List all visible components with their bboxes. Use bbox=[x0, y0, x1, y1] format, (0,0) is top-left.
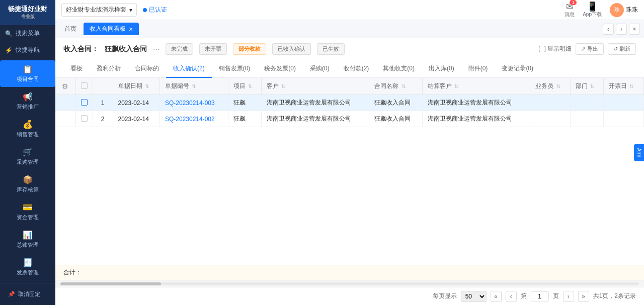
sidebar-item-label: 发票管理 bbox=[17, 269, 39, 276]
status-active-button[interactable]: 已生效 bbox=[317, 43, 345, 55]
sidebar-item-marketing[interactable]: 📢 营销推广 bbox=[0, 88, 55, 115]
user-name: 珠珠 bbox=[626, 6, 638, 14]
export-label: 导出 bbox=[587, 45, 598, 53]
tab-kanban[interactable]: 看板 bbox=[63, 60, 90, 78]
close-tab-button[interactable]: × bbox=[129, 26, 133, 33]
col-project-label: 项目 bbox=[233, 82, 246, 89]
row1-number-link[interactable]: SQ-20230214-003 bbox=[165, 99, 215, 107]
tab-warehouse[interactable]: 出入库(0) bbox=[422, 60, 461, 78]
tab-purchase[interactable]: 采购(0) bbox=[303, 60, 337, 78]
sidebar-item-sales[interactable]: 💰 销售管理 bbox=[0, 116, 55, 142]
tab-profit[interactable]: 盈利分析 bbox=[90, 60, 128, 78]
row2-date: 2023-02-14 bbox=[113, 111, 159, 127]
org-selector[interactable]: 好业财专业版演示样套 ▾ bbox=[61, 3, 137, 17]
sidebar-item-inventory[interactable]: 📦 库存核算 bbox=[0, 171, 55, 197]
tab-contract-subject[interactable]: 合同标的 bbox=[128, 60, 166, 78]
tab-next-button[interactable]: › bbox=[616, 24, 627, 35]
col-contract-header[interactable]: 合同名称 ⇅ bbox=[369, 78, 422, 95]
export-button[interactable]: ↗ 导出 bbox=[576, 43, 604, 55]
col-salesperson-header[interactable]: 业务员 ⇅ bbox=[530, 78, 571, 95]
data-table: ⚙ 单据日期 ⇅ 单据编号 ⇅ bbox=[55, 78, 644, 127]
tab-tax-invoice[interactable]: 税务发票(0) bbox=[257, 60, 303, 78]
tab-close-all-button[interactable]: × bbox=[629, 24, 640, 35]
col-end-customer-header[interactable]: 结算客户 ⇅ bbox=[422, 78, 530, 95]
home-tab[interactable]: 首页 bbox=[59, 23, 82, 35]
message-button[interactable]: ✉ 消息 1 bbox=[565, 2, 575, 18]
col-open-date-header[interactable]: 开票日 ⇅ bbox=[604, 78, 644, 95]
status-incomplete-button[interactable]: 未完成 bbox=[166, 43, 193, 55]
message-label: 消息 bbox=[565, 11, 575, 18]
sidebar: 畅捷通好业财 专业版 🔍 搜索菜单 ⚡ 快捷导航 📋 项目合同 📢 营销推广 💰… bbox=[0, 0, 55, 305]
sort-end-customer-icon: ⇅ bbox=[454, 83, 458, 89]
prev-page-button[interactable]: ‹ bbox=[506, 291, 517, 302]
scrollbar-thumb[interactable] bbox=[60, 282, 161, 285]
sort-salesperson-icon: ⇅ bbox=[556, 83, 560, 89]
message-badge: 1 bbox=[570, 0, 577, 5]
avatar: 珠 bbox=[610, 3, 624, 17]
tab-payment[interactable]: 收付款(2) bbox=[337, 60, 376, 78]
topbar: 好业财专业版演示样套 ▾ 已认证 ✉ 消息 1 📱 App下载 珠 珠珠 bbox=[55, 0, 644, 20]
next-page-button[interactable]: › bbox=[563, 291, 574, 302]
invoice-icon: 🧾 bbox=[23, 258, 33, 267]
user-menu[interactable]: 珠 珠珠 bbox=[610, 3, 638, 17]
tab-other-income[interactable]: 其他收支(0) bbox=[376, 60, 422, 78]
row2-number-link[interactable]: SQ-20230214-002 bbox=[165, 116, 215, 123]
row2-checkbox-cell[interactable] bbox=[75, 111, 93, 127]
quick-nav-item[interactable]: ⚡ 快捷导航 bbox=[0, 42, 55, 58]
tab-change-log[interactable]: 变更记录(0) bbox=[495, 60, 540, 78]
search-menu-item[interactable]: 🔍 搜索菜单 bbox=[0, 25, 55, 42]
sidebar-item-project[interactable]: 📋 项目合同 bbox=[0, 60, 55, 87]
table-row[interactable]: 2 2023-02-14 SQ-20230214-002 狂飙 湖南卫视商业运营… bbox=[55, 111, 644, 127]
active-tab[interactable]: 收入合同看板 × bbox=[84, 23, 139, 35]
show-detail-checkbox-label[interactable]: 显示明细 bbox=[539, 45, 572, 53]
sidebar-item-invoice[interactable]: 🧾 发票管理 bbox=[0, 254, 55, 280]
app-download-button[interactable]: 📱 App下载 bbox=[583, 2, 602, 18]
page-input[interactable] bbox=[531, 291, 549, 301]
status-partial-button[interactable]: 部分收款 bbox=[233, 43, 266, 55]
select-all-checkbox[interactable] bbox=[81, 82, 88, 89]
tab-sales-invoice[interactable]: 销售发票(0) bbox=[212, 60, 258, 78]
last-page-button[interactable]: » bbox=[578, 291, 589, 302]
contract-header: 收入合同： 狂飙收入合同 ··· 未完成 未开票 部分收款 已收入确认 已生效 … bbox=[55, 38, 644, 60]
sidebar-item-fund[interactable]: 💳 资金管理 bbox=[0, 198, 55, 225]
first-page-button[interactable]: « bbox=[491, 291, 502, 302]
col-customer-header[interactable]: 客户 ⇅ bbox=[261, 78, 369, 95]
inventory-icon: 📦 bbox=[23, 175, 33, 184]
sidebar-item-general[interactable]: 📊 总账管理 bbox=[0, 226, 55, 253]
more-options-button[interactable]: ··· bbox=[153, 45, 159, 54]
col-setting[interactable]: ⚙ bbox=[55, 78, 75, 95]
refresh-button[interactable]: ↺ 刷新 bbox=[608, 43, 636, 55]
col-number-header[interactable]: 单据编号 ⇅ bbox=[159, 78, 228, 95]
row2-checkbox[interactable] bbox=[81, 115, 88, 122]
contract-header-label: 收入合同： bbox=[63, 45, 99, 54]
status-uninvoiced-button[interactable]: 未开票 bbox=[199, 43, 227, 55]
row2-open-date bbox=[604, 111, 644, 127]
status-confirmed-button[interactable]: 已收入确认 bbox=[272, 43, 311, 55]
tab-prev-button[interactable]: ‹ bbox=[603, 24, 614, 35]
tab-attachment[interactable]: 附件(0) bbox=[461, 60, 495, 78]
tabbar: 首页 收入合同看板 × ‹ › × bbox=[55, 20, 644, 38]
col-dept-header[interactable]: 部门 ⇅ bbox=[570, 78, 603, 95]
row2-setting bbox=[55, 111, 75, 127]
row1-number[interactable]: SQ-20230214-003 bbox=[159, 95, 228, 111]
col-end-customer-label: 结算客户 bbox=[428, 82, 452, 89]
col-project-header[interactable]: 项目 ⇅ bbox=[228, 78, 261, 95]
unpin-button[interactable]: 📌 取消固定 bbox=[4, 287, 51, 301]
row2-project: 狂飙 bbox=[228, 111, 261, 127]
row2-number[interactable]: SQ-20230214-002 bbox=[159, 111, 228, 127]
tab-revenue-confirm[interactable]: 收入确认(2) bbox=[166, 60, 212, 78]
col-checkbox-header bbox=[75, 78, 93, 95]
table-row[interactable]: 1 2023-02-14 SQ-20230214-003 狂飙 湖南卫视商业运营… bbox=[55, 95, 644, 111]
refresh-icon: ↺ bbox=[613, 46, 618, 52]
sort-open-date-icon: ⇅ bbox=[629, 83, 633, 89]
arm-float-button[interactable]: Arm bbox=[634, 144, 644, 161]
row1-checkbox[interactable] bbox=[81, 99, 88, 106]
per-page-select[interactable]: 20 50 100 bbox=[461, 291, 487, 302]
sidebar-item-purchase[interactable]: 🛒 采购管理 bbox=[0, 143, 55, 170]
show-detail-checkbox[interactable] bbox=[539, 46, 545, 52]
scrollbar-track[interactable] bbox=[60, 282, 639, 285]
scrollbar-area[interactable] bbox=[55, 280, 644, 287]
col-date-header[interactable]: 单据日期 ⇅ bbox=[113, 78, 159, 95]
column-setting-icon[interactable]: ⚙ bbox=[62, 82, 68, 90]
row1-checkbox-cell[interactable] bbox=[75, 95, 93, 111]
